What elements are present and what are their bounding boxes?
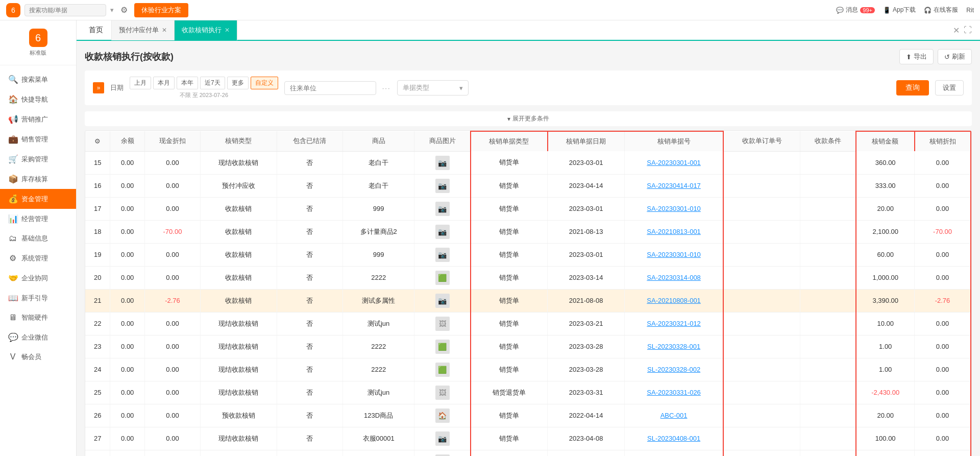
cell-terms [800, 220, 856, 243]
logo-icon: 6 [29, 29, 47, 47]
cell-bill-type: 销货单 [471, 174, 548, 197]
cell-discount: -70.00 [915, 220, 971, 243]
cell-discount: 0.00 [915, 404, 971, 427]
app-download-button[interactable]: 📱 App下载 [883, 6, 916, 14]
last7-btn[interactable]: 近7天 [200, 77, 225, 89]
sidebar-item-basic[interactable]: 🗂 基础信息 [0, 229, 76, 248]
table-row: 27 0.00 0.00 现结收款核销 否 衣服00001 📷 销货单 2023… [85, 427, 971, 450]
sidebar-item-wechat[interactable]: 💬 企业微信 [0, 327, 76, 347]
cell-product: 2222 [342, 358, 414, 381]
counterpart-input[interactable] [284, 81, 376, 95]
refresh-icon: ↺ [944, 53, 950, 61]
custom-date-btn[interactable]: 自定义 [251, 77, 278, 89]
sidebar-item-hardware[interactable]: 🖥 智能硬件 [0, 308, 76, 327]
sidebar-item-finance[interactable]: 💰 资金管理 [0, 189, 76, 209]
cell-product-img: 🟩 [414, 450, 471, 456]
download-icon: 📱 [883, 7, 891, 14]
sidebar-item-enterprise[interactable]: 🤝 企业协同 [0, 268, 76, 288]
cell-bill-no[interactable]: ABC-001 [624, 404, 723, 427]
cell-balance: 0.00 [110, 220, 145, 243]
filter-expand-btn[interactable]: » [93, 82, 104, 93]
cell-discount: 0.00 [915, 174, 971, 197]
chevron-down-icon: ▾ [459, 84, 463, 92]
this-month-btn[interactable]: 本月 [153, 77, 175, 89]
cell-bill-no[interactable]: SL-20230328-002 [624, 358, 723, 381]
query-button[interactable]: 查询 [896, 80, 929, 95]
cell-bill-type: 销货单 [471, 450, 548, 456]
product-thumbnail: 🏠 [435, 409, 450, 423]
cell-discount: 0.00 [915, 381, 971, 404]
prev-month-btn[interactable]: 上月 [130, 77, 151, 89]
sidebar-item-marketing[interactable]: 📢 营销推广 [0, 109, 76, 129]
cell-balance: 0.00 [110, 151, 145, 174]
cell-bill-no[interactable]: SA-20230321-012 [624, 312, 723, 335]
cell-bill-type: 销货单 [471, 427, 548, 450]
cell-bill-no[interactable]: SA-20230314-008 [624, 266, 723, 289]
more-date-btn[interactable]: 更多 [227, 77, 249, 89]
sidebar-item-purchase[interactable]: 🛒 采购管理 [0, 149, 76, 169]
cell-bill-no[interactable]: SA-20210813-001 [624, 220, 723, 243]
tab-close-receipt[interactable]: ✕ [225, 27, 230, 34]
online-service-button[interactable]: 🎧 在线客服 [924, 6, 958, 14]
cell-order-no [723, 243, 800, 266]
cell-bill-no[interactable]: SL-20230328-001 [624, 335, 723, 358]
sidebar-label-basic: 基础信息 [21, 234, 48, 243]
tab-close-prepay[interactable]: ✕ [162, 27, 167, 34]
expand-more-bar[interactable]: ▾ 展开更多条件 [85, 111, 972, 126]
cell-discount: 0.00 [915, 243, 971, 266]
cell-product: 老白干 [342, 151, 414, 174]
refresh-button[interactable]: ↺ 刷新 [938, 49, 972, 64]
message-button[interactable]: 💬 消息 99+ [836, 6, 875, 14]
cell-terms [800, 197, 856, 220]
tab-maximize-btn[interactable]: ⛶ [964, 26, 972, 35]
gear-icon[interactable]: ⚙ [118, 4, 130, 16]
sidebar-item-operation[interactable]: 📊 经营管理 [0, 209, 76, 229]
sidebar-item-guide[interactable]: 📖 新手引导 [0, 288, 76, 308]
cell-product-img: 🖼 [414, 381, 471, 404]
sidebar-item-search[interactable]: 🔍 搜索菜单 [0, 69, 76, 89]
product-thumbnail: 📷 [435, 202, 450, 216]
sidebar-item-inventory[interactable]: 📦 库存核算 [0, 169, 76, 189]
chevron-down-icon: ▾ [507, 115, 510, 123]
tab-home[interactable]: 首页 [81, 20, 112, 40]
cell-terms [800, 174, 856, 197]
solution-button[interactable]: 休验行业方案 [134, 3, 188, 17]
finance-icon: 💰 [8, 194, 17, 204]
user-info[interactable]: Rit [966, 7, 974, 14]
search-icon: 🔍 [8, 75, 17, 84]
cell-product-img: 📷 [414, 427, 471, 450]
table-row: 16 0.00 0.00 预付冲应收 否 老白干 📷 销货单 2023-04-1… [85, 174, 971, 197]
cell-bill-no[interactable]: SA-20230331-026 [624, 381, 723, 404]
tab-close-window-btn[interactable]: ✕ [953, 26, 960, 35]
single-type-select[interactable]: 单据类型 ▾ [397, 80, 469, 95]
cell-settled: 否 [277, 220, 342, 243]
cell-bill-type: 销货单 [471, 220, 548, 243]
product-thumbnail: 🟩 [435, 271, 450, 285]
cell-type: 现结收款核销 [200, 335, 277, 358]
cell-bill-no[interactable]: SA-20230301-010 [624, 243, 723, 266]
cell-bill-no[interactable]: SA-20230414-017 [624, 174, 723, 197]
cell-bill-date: 2023-03-21 [548, 312, 625, 335]
sidebar-item-member[interactable]: V 畅会员 [0, 347, 76, 367]
cell-bill-type: 销货退货单 [471, 381, 548, 404]
message-icon: 💬 [836, 7, 844, 14]
cell-bill-no[interactable]: SA-20230301-001 [624, 151, 723, 174]
cell-bill-no[interactable]: SA-20210808-001 [624, 289, 723, 312]
export-button[interactable]: ⬆ 导出 [899, 49, 934, 64]
sidebar-item-system[interactable]: ⚙ 系统管理 [0, 248, 76, 268]
setting-button[interactable]: 设置 [935, 80, 964, 95]
tab-prepay[interactable]: 预付冲应付单 ✕ [112, 20, 175, 40]
this-year-btn[interactable]: 本年 [177, 77, 198, 89]
cell-type: 收款核销 [200, 266, 277, 289]
cell-bill-no[interactable]: SL-20230408-001 [624, 427, 723, 450]
top-bar-left: 6 ▾ ⚙ 休验行业方案 [6, 3, 832, 17]
sidebar-item-sales[interactable]: 💼 销售管理 [0, 129, 76, 149]
tab-receipt[interactable]: 收款核销执行 ✕ [175, 20, 237, 40]
cell-bill-no[interactable]: SL-20230418-001 [624, 450, 723, 456]
sidebar: 6 标准版 🔍 搜索菜单 🏠 快捷导航 📢 营销推广 💼 销售管理 🛒 采购管理… [0, 20, 77, 456]
cell-bill-no[interactable]: SA-20230301-010 [624, 197, 723, 220]
cell-bill-date: 2023-03-28 [548, 358, 625, 381]
th-order-no: 收款单订单号 [723, 131, 800, 151]
search-input[interactable] [24, 4, 106, 16]
sidebar-item-quick[interactable]: 🏠 快捷导航 [0, 89, 76, 109]
